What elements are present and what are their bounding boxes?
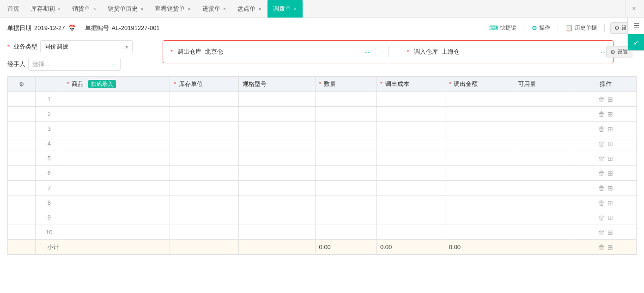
row-product-1[interactable]	[63, 92, 170, 107]
row-cost-9[interactable]	[376, 210, 445, 225]
row-product-2[interactable]	[63, 107, 170, 122]
row-copy-icon[interactable]: ⊞	[608, 170, 613, 177]
history-button[interactable]: 📋 历史单据	[564, 23, 599, 33]
row-delete-icon[interactable]: 🗑	[598, 199, 605, 207]
sidebar-expand-icon[interactable]: ⤢	[628, 34, 644, 51]
row-amount-9[interactable]	[445, 210, 514, 225]
tab-sales-history-close[interactable]: ×	[140, 6, 143, 12]
row-qty-4[interactable]	[315, 136, 376, 151]
ops-button[interactable]: ⚙ 操作	[530, 23, 552, 33]
biz-type-select[interactable]: 同价调拨 ▾	[40, 40, 133, 53]
tab-home[interactable]: 首页	[2, 0, 25, 18]
tab-inventory-init-close[interactable]: ×	[58, 6, 61, 12]
row-copy-icon[interactable]: ⊞	[608, 125, 613, 133]
row-copy-icon[interactable]: ⊞	[608, 155, 613, 162]
tab-sales-order-close[interactable]: ×	[93, 6, 96, 12]
barcode-scan-button[interactable]: 扫码录入	[88, 80, 116, 88]
row-amount-4[interactable]	[445, 136, 514, 151]
row-product-10[interactable]	[63, 225, 170, 240]
row-product-11	[63, 240, 170, 255]
row-spec-3	[239, 122, 315, 136]
out-warehouse-more-icon[interactable]: ···	[365, 49, 370, 55]
row-product-6[interactable]	[63, 166, 170, 181]
row-cost-2[interactable]	[376, 107, 445, 122]
in-warehouse-more-icon[interactable]: ···	[601, 49, 606, 55]
row-product-5[interactable]	[63, 151, 170, 166]
tab-view-sales[interactable]: 查看销货单 ×	[149, 0, 196, 18]
shortcut-button[interactable]: ⌨ 快捷键	[487, 23, 518, 33]
row-amount-1[interactable]	[445, 92, 514, 107]
row-copy-icon[interactable]: ⊞	[608, 184, 613, 192]
form-left: * 业务类型 同价调拨 ▾ 经手人 选择... ···	[7, 40, 155, 71]
table-row: 2🗑⊞	[8, 107, 636, 122]
row-cost-5[interactable]	[376, 151, 445, 166]
row-qty-3[interactable]	[315, 122, 376, 136]
row-amount-5[interactable]	[445, 151, 514, 166]
row-delete-icon[interactable]: 🗑	[598, 229, 605, 236]
handler-field: 经手人 选择... ···	[7, 58, 155, 71]
row-copy-icon[interactable]: ⊞	[608, 214, 613, 221]
ops-icon: ⚙	[532, 24, 537, 31]
row-cost-4[interactable]	[376, 136, 445, 151]
row-copy-icon[interactable]: ⊞	[608, 199, 613, 207]
tab-stocktake-close[interactable]: ×	[258, 6, 261, 12]
tab-purchase-order-close[interactable]: ×	[223, 6, 226, 12]
row-delete-icon[interactable]: 🗑	[598, 140, 605, 147]
row-delete-icon[interactable]: 🗑	[598, 170, 605, 177]
row-amount-2[interactable]	[445, 107, 514, 122]
row-amount-6[interactable]	[445, 166, 514, 181]
tab-view-sales-close[interactable]: ×	[188, 6, 190, 12]
row-product-8[interactable]	[63, 195, 170, 210]
row-qty-10[interactable]	[315, 225, 376, 240]
row-qty-5[interactable]	[315, 151, 376, 166]
row-unit-7	[170, 181, 239, 195]
row-cost-6[interactable]	[376, 166, 445, 181]
row-qty-1[interactable]	[315, 92, 376, 107]
row-delete-icon[interactable]: 🗑	[598, 214, 605, 221]
tab-sales-history[interactable]: 销货单历史 ×	[102, 0, 149, 18]
row-delete-icon[interactable]: 🗑	[598, 110, 605, 118]
row-product-9[interactable]	[63, 210, 170, 225]
tab-purchase-order[interactable]: 进货单 ×	[197, 0, 232, 18]
row-delete-icon[interactable]: 🗑	[598, 244, 605, 251]
row-amount-7[interactable]	[445, 181, 514, 195]
tab-stocktake[interactable]: 盘点单 ×	[232, 0, 267, 18]
row-product-7[interactable]	[63, 181, 170, 195]
row-cost-10[interactable]	[376, 225, 445, 240]
sidebar-list-icon[interactable]: ☰	[628, 18, 644, 34]
row-qty-9[interactable]	[315, 210, 376, 225]
row-qty-6[interactable]	[315, 166, 376, 181]
handler-select[interactable]: 选择... ···	[28, 58, 121, 71]
row-qty-7[interactable]	[315, 181, 376, 195]
row-copy-icon[interactable]: ⊞	[608, 110, 613, 118]
tab-sales-order[interactable]: 销货单 ×	[67, 0, 102, 18]
calendar-icon[interactable]: 📅	[68, 24, 76, 32]
row-spec-5	[239, 151, 315, 166]
row-cost-8[interactable]	[376, 195, 445, 210]
row-copy-icon[interactable]: ⊞	[608, 244, 613, 251]
close-all-button[interactable]: ×	[626, 0, 642, 18]
row-copy-icon[interactable]: ⊞	[608, 140, 613, 147]
row-qty-2[interactable]	[315, 107, 376, 122]
row-product-3[interactable]	[63, 122, 170, 136]
handler-more-icon[interactable]: ···	[111, 61, 116, 68]
row-delete-icon[interactable]: 🗑	[598, 96, 605, 103]
row-delete-icon[interactable]: 🗑	[598, 155, 605, 162]
row-cost-3[interactable]	[376, 122, 445, 136]
row-copy-icon[interactable]: ⊞	[608, 229, 613, 236]
product-column-header: * 商品 扫码录入	[63, 77, 170, 92]
row-amount-10[interactable]	[445, 225, 514, 240]
gear-column-header[interactable]: ⚙	[8, 77, 36, 92]
tab-transfer-close[interactable]: ×	[294, 6, 297, 12]
row-amount-8[interactable]	[445, 195, 514, 210]
row-cost-7[interactable]	[376, 181, 445, 195]
tab-inventory-init[interactable]: 库存期初 ×	[25, 0, 67, 18]
row-delete-icon[interactable]: 🗑	[598, 184, 605, 192]
row-delete-icon[interactable]: 🗑	[598, 125, 605, 133]
row-amount-3[interactable]	[445, 122, 514, 136]
row-cost-1[interactable]	[376, 92, 445, 107]
row-qty-8[interactable]	[315, 195, 376, 210]
tab-transfer[interactable]: 调拨单 ×	[267, 0, 303, 18]
row-copy-icon[interactable]: ⊞	[608, 96, 613, 103]
row-product-4[interactable]	[63, 136, 170, 151]
